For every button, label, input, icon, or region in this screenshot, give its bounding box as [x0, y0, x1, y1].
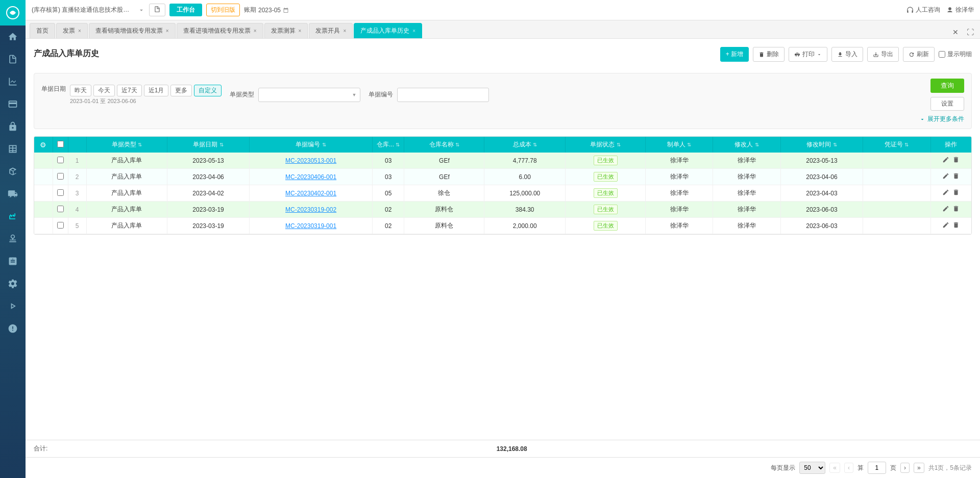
tab-invoice-calc[interactable]: 发票测算 ×	[264, 23, 308, 38]
sidebar-item-version[interactable]	[0, 317, 26, 340]
td-number[interactable]: MC-20230402-001	[250, 185, 373, 202]
action-edit-btn[interactable]	[942, 189, 949, 197]
calendar-icon[interactable]	[283, 7, 289, 13]
new-btn[interactable]: + 新增	[720, 47, 749, 62]
sidebar-item-box[interactable]	[0, 160, 26, 183]
sidebar-item-table[interactable]	[0, 138, 26, 160]
print-btn[interactable]: 打印	[789, 47, 827, 62]
sidebar-item-factory[interactable]	[0, 205, 26, 228]
table-row: 4 产品入库单 2023-03-19 MC-20230319-002 02 原料…	[34, 202, 971, 218]
action-edit-btn[interactable]	[942, 156, 949, 165]
sidebar-item-home[interactable]	[0, 26, 26, 48]
td-number[interactable]: MC-20230406-001	[250, 169, 373, 185]
action-edit-btn[interactable]	[942, 172, 949, 181]
import-btn[interactable]: 导入	[831, 47, 863, 62]
action-delete-btn[interactable]	[952, 205, 960, 214]
th-wh-code[interactable]: 仓库... ⇅	[373, 137, 404, 153]
sidebar-item-chart[interactable]	[0, 70, 26, 93]
page-size-select[interactable]: 50 10 20 100	[799, 462, 825, 474]
sidebar-item-stamp[interactable]	[0, 228, 26, 250]
user-info-btn[interactable]: 徐泽华	[946, 6, 974, 14]
tab-check-sales-close[interactable]: ×	[166, 28, 169, 34]
th-status[interactable]: 单据状态 ⇅	[565, 137, 645, 153]
tab-invoice-label: 发票	[63, 27, 75, 35]
td-modifier: 徐泽华	[713, 153, 780, 169]
td-creator: 徐泽华	[646, 153, 713, 169]
sidebar-item-invoice[interactable]	[0, 93, 26, 115]
document-btn[interactable]	[149, 4, 165, 16]
export-btn[interactable]: 导出	[867, 47, 899, 62]
delete-icon	[758, 52, 765, 58]
td-wh-code: 03	[373, 169, 404, 185]
prev-page-btn[interactable]: ‹	[844, 463, 853, 473]
page-input[interactable]	[868, 462, 886, 474]
content-area: 产成品入库单历史 + 新增 删除 打印 导入	[26, 39, 980, 440]
delete-btn[interactable]: 删除	[753, 47, 785, 62]
period-label: 账期	[244, 6, 256, 14]
action-edit-btn[interactable]	[942, 205, 949, 214]
workbench-btn[interactable]: 工作台	[169, 4, 202, 16]
sidebar-item-truck[interactable]	[0, 183, 26, 205]
date-options-row: 昨天 今天 近7天 近1月 更多 自定义	[70, 85, 222, 96]
app-logo[interactable]	[0, 0, 26, 26]
expand-btn[interactable]: 展开更多条件	[919, 115, 964, 123]
date-btn-1month[interactable]: 近1月	[144, 85, 169, 96]
tab-check-purchase[interactable]: 查看进项增值税专用发票 ×	[177, 23, 263, 38]
tab-check-purchase-close[interactable]: ×	[254, 28, 257, 34]
last-page-btn[interactable]: »	[914, 463, 924, 473]
tab-invoice-open-close[interactable]: ×	[343, 28, 346, 34]
td-number[interactable]: MC-20230513-001	[250, 153, 373, 169]
sidebar-item-document[interactable]	[0, 48, 26, 70]
set-btn[interactable]: 设置	[930, 97, 964, 111]
tab-invoice-open[interactable]: 发票开具 ×	[309, 23, 353, 38]
refresh-btn[interactable]: 刷新	[903, 47, 935, 62]
tab-invoice[interactable]: 发票 ×	[56, 23, 88, 38]
td-rownum: 5	[68, 218, 86, 234]
date-btn-more[interactable]: 更多	[170, 85, 192, 96]
date-btn-7days[interactable]: 近7天	[117, 85, 142, 96]
th-cost[interactable]: 总成本 ⇅	[484, 137, 566, 153]
select-all-checkbox[interactable]	[57, 141, 64, 147]
show-detail-checkbox[interactable]: 显示明细	[939, 50, 972, 59]
th-creator[interactable]: 制单人 ⇅	[646, 137, 713, 153]
tab-product-instock[interactable]: 产成品入库单历史 ×	[354, 23, 422, 38]
th-voucher[interactable]: 凭证号 ⇅	[863, 137, 930, 153]
th-wh-name[interactable]: 仓库名称 ⇅	[404, 137, 484, 153]
action-delete-btn[interactable]	[952, 189, 960, 197]
report-icon	[8, 256, 18, 266]
number-filter-input[interactable]	[397, 88, 489, 102]
action-delete-btn[interactable]	[952, 172, 960, 181]
first-page-btn[interactable]: «	[829, 463, 840, 473]
td-number[interactable]: MC-20230319-001	[250, 218, 373, 234]
tab-invoice-close[interactable]: ×	[78, 28, 81, 34]
type-select[interactable]	[258, 88, 360, 102]
tab-check-sales[interactable]: 查看销项增值税专用发票 ×	[89, 23, 176, 38]
th-modifier[interactable]: 修改人 ⇅	[713, 137, 780, 153]
service-btn[interactable]: 人工咨询	[906, 6, 940, 14]
date-btn-yesterday[interactable]: 昨天	[70, 85, 91, 96]
date-btn-custom[interactable]: 自定义	[194, 85, 222, 96]
app-name-dropdown-icon[interactable]	[138, 7, 145, 14]
th-modify-time[interactable]: 修改时间 ⇅	[780, 137, 863, 153]
tab-invoice-calc-close[interactable]: ×	[299, 28, 302, 34]
tab-product-instock-close[interactable]: ×	[412, 28, 415, 34]
th-type[interactable]: 单据类型 ⇅	[86, 137, 167, 153]
action-edit-btn[interactable]	[942, 221, 949, 230]
sidebar-item-lock[interactable]	[0, 115, 26, 138]
query-btn[interactable]: 查询	[930, 79, 964, 93]
th-date[interactable]: 单据日期 ⇅	[167, 137, 249, 153]
next-page-btn[interactable]: ›	[900, 463, 910, 473]
tabs-close-all-btn[interactable]: ✕	[950, 26, 961, 38]
tabs-fullscreen-btn[interactable]: ⛶	[965, 26, 976, 38]
action-delete-btn[interactable]	[952, 221, 960, 230]
action-delete-btn[interactable]	[952, 156, 960, 165]
tab-home[interactable]: 首页	[30, 23, 55, 38]
sidebar-item-report[interactable]	[0, 250, 26, 272]
date-btn-today[interactable]: 今天	[93, 85, 115, 96]
sidebar-item-settings[interactable]	[0, 272, 26, 295]
sidebar-item-media[interactable]	[0, 295, 26, 317]
col-settings-btn[interactable]: ⚙	[40, 141, 46, 149]
td-number[interactable]: MC-20230319-002	[250, 202, 373, 218]
switch-btn[interactable]: 切到旧版	[206, 4, 240, 16]
th-number[interactable]: 单据编号 ⇅	[250, 137, 373, 153]
